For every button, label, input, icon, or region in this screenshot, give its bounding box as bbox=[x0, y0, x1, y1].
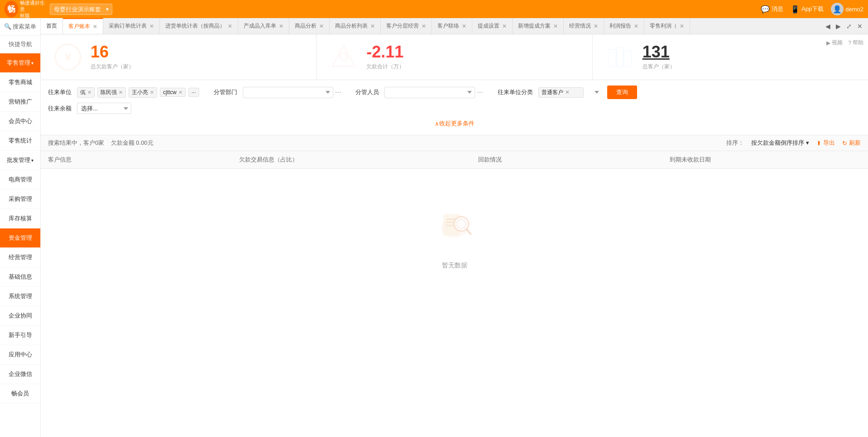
unit-tag-a[interactable]: 佤 ✕ bbox=[77, 87, 95, 98]
dept-filter-wrap: ··· bbox=[243, 87, 341, 98]
sidebar-item-purchase-mgmt[interactable]: 采购管理 bbox=[0, 190, 40, 209]
sort-select[interactable]: 按欠款金额倒序排序 ▾ bbox=[751, 139, 809, 147]
export-btn[interactable]: ⬆ 导出 bbox=[816, 139, 835, 147]
tab-profit-report[interactable]: 利润报告 ✕ bbox=[604, 18, 644, 34]
table-header: 客户信息 欠款交易信息（占比） 回款情况 到期未收款日期 bbox=[41, 151, 868, 169]
tab-purchase-order-stats[interactable]: 采购订单统计表 ✕ bbox=[103, 18, 160, 34]
unit-tag-d[interactable]: cjttcw ✕ bbox=[160, 88, 186, 97]
tab-product-analysis-list[interactable]: 商品分析列表 ✕ bbox=[330, 18, 381, 34]
tab-retail-profit[interactable]: 零售利润（ ✕ bbox=[644, 18, 690, 34]
query-button[interactable]: 查询 bbox=[607, 86, 637, 99]
tab-close-product-inbound[interactable]: ✕ bbox=[279, 23, 283, 29]
app-download-btn[interactable]: 📱 App下载 bbox=[791, 5, 824, 14]
video-help-btn[interactable]: ▶ 视频 bbox=[826, 39, 843, 47]
sidebar-item-inventory[interactable]: 库存核算 bbox=[0, 209, 40, 228]
tab-close-product-analysis[interactable]: ✕ bbox=[319, 23, 324, 29]
tab-close-customer-account[interactable]: ✕ bbox=[93, 24, 97, 30]
tag-close-c[interactable]: ✕ bbox=[150, 90, 154, 95]
tab-customer-segment[interactable]: 客户分层经营 ✕ bbox=[381, 18, 432, 34]
tab-close-inbound[interactable]: ✕ bbox=[228, 23, 232, 29]
unit-tag-c[interactable]: 王小亮 ✕ bbox=[129, 87, 157, 98]
tab-close-all-btn[interactable]: ✕ bbox=[855, 22, 864, 31]
tab-close-reminder[interactable]: ✕ bbox=[502, 23, 507, 29]
help-btn[interactable]: ? 帮助 bbox=[848, 39, 863, 47]
sidebar-item-finance-mgmt[interactable]: 资金管理 bbox=[0, 228, 40, 248]
user-menu[interactable]: 👤 demo2 bbox=[831, 3, 863, 15]
collapse-btn[interactable]: ∧ 收起更多条件 bbox=[48, 118, 861, 129]
unit-tag-b[interactable]: 陈民强 ✕ bbox=[97, 87, 126, 98]
sidebar-quick-nav[interactable]: 快捷导航 bbox=[0, 36, 40, 53]
sidebar-item-app-center[interactable]: 应用中心 bbox=[0, 345, 40, 365]
workspace-selector[interactable]: 母婴行业演示账套 bbox=[50, 4, 112, 15]
dept-filter-select[interactable] bbox=[243, 87, 333, 98]
sidebar-item-wholesale-mgmt[interactable]: 批发管理 ▾ bbox=[0, 151, 40, 170]
sidebar-item-new-guide[interactable]: 新手引导 bbox=[0, 326, 40, 345]
tab-maximize-btn[interactable]: ⤢ bbox=[844, 22, 854, 31]
tab-customer-account[interactable]: 客户账本 ✕ bbox=[63, 18, 103, 34]
stat-values-customers: 16 总欠款客户（家） bbox=[91, 44, 134, 71]
sidebar-item-marketing[interactable]: 营销推广 bbox=[0, 92, 40, 112]
sidebar-item-enterprise-wechat[interactable]: 企业微信 bbox=[0, 365, 40, 384]
tab-inbound-stats[interactable]: 进货单统计表（按商品） ✕ bbox=[160, 18, 238, 34]
person-filter-wrap: ··· bbox=[384, 87, 483, 98]
sidebar-item-ecom-mgmt[interactable]: 电商管理 bbox=[0, 170, 40, 190]
tag-close-b[interactable]: ✕ bbox=[119, 90, 123, 95]
sidebar-item-sys-mgmt[interactable]: 系统管理 bbox=[0, 287, 40, 306]
unit-tag-more[interactable]: ··· bbox=[188, 88, 199, 97]
svg-rect-5 bbox=[617, 48, 623, 67]
tab-product-analysis[interactable]: 商品分析 ✕ bbox=[289, 18, 330, 34]
sidebar-item-retail-mgmt[interactable]: 零售管理 ▾ bbox=[0, 53, 40, 73]
svg-text:¥: ¥ bbox=[64, 51, 71, 63]
workspace-selector-wrap[interactable]: 母婴行业演示账套 bbox=[50, 4, 112, 15]
message-btn[interactable]: 💬 消息 bbox=[761, 5, 783, 14]
unit-class-select[interactable] bbox=[584, 87, 602, 98]
tab-close-customer-contact[interactable]: ✕ bbox=[462, 23, 466, 29]
tab-close-ops[interactable]: ✕ bbox=[594, 23, 598, 29]
sidebar-item-member[interactable]: 畅会员 bbox=[0, 384, 40, 404]
unit-class-tag[interactable]: 普通客户 ✕ bbox=[538, 87, 584, 98]
tab-bar: 首页 客户账本 ✕ 采购订单统计表 ✕ 进货单统计表（按商品） ✕ 产成品入库单… bbox=[41, 18, 868, 34]
tab-new-achievement[interactable]: 新增提成方案 ✕ bbox=[513, 18, 564, 34]
tab-prev-btn[interactable]: ◀ bbox=[824, 22, 832, 31]
svg-rect-6 bbox=[623, 51, 631, 66]
person-more-btn[interactable]: ··· bbox=[477, 88, 483, 96]
empty-icon bbox=[434, 205, 475, 254]
tab-close-product-analysis-list[interactable]: ✕ bbox=[370, 23, 375, 29]
sidebar-search[interactable]: 🔍 搜索菜单 bbox=[0, 18, 40, 36]
chevron-icon-wholesale: ▾ bbox=[31, 158, 34, 163]
tab-bar-controls: ◀ ▶ ⤢ ✕ bbox=[820, 22, 868, 31]
search-summary: 搜索结果中，客户0家 欠款金额 0.00元 排序： 按欠款金额倒序排序 ▾ ⬆ … bbox=[41, 135, 868, 151]
chevron-icon: ▾ bbox=[31, 61, 34, 66]
person-filter-select[interactable] bbox=[384, 87, 475, 98]
stat-values-all: 131 总客户（家） bbox=[643, 44, 675, 71]
tab-close-retail-profit[interactable]: ✕ bbox=[680, 23, 684, 29]
tab-close-purchase-order[interactable]: ✕ bbox=[149, 23, 154, 29]
tag-close-a[interactable]: ✕ bbox=[87, 90, 91, 95]
sidebar-item-retail-mall[interactable]: 零售商城 bbox=[0, 73, 40, 92]
sidebar-item-basic-info[interactable]: 基础信息 bbox=[0, 267, 40, 287]
svg-rect-4 bbox=[608, 49, 616, 67]
tab-close-new-achievement[interactable]: ✕ bbox=[553, 23, 558, 29]
tab-customer-contact[interactable]: 客户联络 ✕ bbox=[432, 18, 472, 34]
stat-total-customers-all: 131 总客户（家） ▶ 视频 ? 帮助 bbox=[593, 34, 868, 80]
refresh-btn[interactable]: ↻ 刷新 bbox=[842, 139, 861, 147]
tab-ops-situation[interactable]: 经营情况 ✕ bbox=[564, 18, 604, 34]
stat-icon-all-customers bbox=[606, 43, 633, 71]
sidebar-item-retail-stats[interactable]: 零售统计 bbox=[0, 131, 40, 151]
sidebar-item-member-center[interactable]: 会员中心 bbox=[0, 112, 40, 131]
unit-class-tag-close[interactable]: ✕ bbox=[565, 89, 570, 95]
dept-more-btn[interactable]: ··· bbox=[335, 88, 341, 96]
tab-product-inbound[interactable]: 产成品入库单 ✕ bbox=[238, 18, 289, 34]
tag-close-d[interactable]: ✕ bbox=[178, 90, 182, 95]
tab-reminder-settings[interactable]: 提成设置 ✕ bbox=[472, 18, 513, 34]
tab-close-customer-segment[interactable]: ✕ bbox=[422, 23, 426, 29]
sidebar-item-ops-mgmt[interactable]: 经营管理 bbox=[0, 248, 40, 267]
stat-total-debt: -2.11 欠款合计（万） bbox=[317, 34, 592, 80]
tab-home[interactable]: 首页 bbox=[41, 18, 63, 34]
sidebar-item-enterprise[interactable]: 企业协同 bbox=[0, 306, 40, 326]
tab-next-btn[interactable]: ▶ bbox=[834, 22, 843, 31]
tab-close-profit[interactable]: ✕ bbox=[634, 23, 638, 29]
message-icon: 💬 bbox=[761, 5, 770, 14]
balance-filter-select[interactable]: 选择... bbox=[77, 103, 131, 114]
stat-label-all: 总客户（家） bbox=[643, 63, 675, 71]
